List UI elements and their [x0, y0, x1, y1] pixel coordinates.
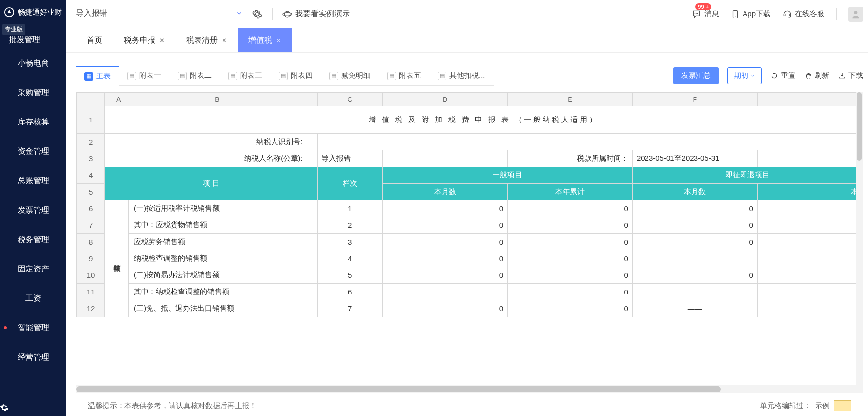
tab-tax-filing[interactable]: 税务申报✕ [113, 28, 175, 52]
horizontal-scrollbar[interactable] [76, 385, 863, 393]
planet-icon [282, 9, 292, 19]
cell-value[interactable]: 0 [632, 200, 757, 217]
avatar[interactable] [848, 7, 863, 22]
tab-home[interactable]: 首页 [76, 28, 113, 52]
tab-vat[interactable]: 增值税✕ [238, 28, 292, 52]
sidebar-item-salary[interactable]: 工资 [0, 284, 66, 313]
sidebar-item-ecommerce[interactable]: 小畅电商 [0, 49, 66, 78]
messages-button[interactable]: 99 + 消息 [692, 9, 719, 19]
cell-value[interactable]: 0 [507, 234, 632, 250]
cell-value[interactable] [632, 250, 757, 267]
spreadsheet[interactable]: AB C D E F 1 增 值 税 及 附 加 税 费 申 报 表 （一般纳税… [76, 92, 863, 393]
sample-label: 示例 [815, 401, 830, 411]
col-index: 3 [318, 234, 383, 250]
sidebar-item-invoice[interactable]: 发票管理 [0, 196, 66, 225]
settings-button[interactable] [0, 399, 66, 416]
cell-value[interactable] [632, 284, 757, 300]
cell-value[interactable]: 0 [507, 300, 632, 317]
cell-value[interactable]: 0 [632, 267, 757, 284]
sidebar-item-smart[interactable]: 智能管理 [0, 313, 66, 343]
cell-value[interactable]: 0 [507, 267, 632, 284]
cell-value[interactable]: 0 [507, 200, 632, 217]
headset-icon [782, 9, 792, 19]
table-row: 6销售额(一)按适用税率计税销售额1000 [77, 200, 863, 217]
cell-value[interactable]: 0 [383, 217, 508, 234]
demo-link[interactable]: 我要看实例演示 [282, 9, 350, 19]
cell-value[interactable]: 0 [632, 217, 757, 234]
column-header-row: AB C D E F [77, 93, 863, 106]
sheet-tab-2[interactable]: ▤附表二 [170, 66, 220, 85]
cell-value[interactable]: 0 [383, 234, 508, 250]
close-icon[interactable]: ✕ [159, 37, 165, 44]
close-icon[interactable]: ✕ [222, 37, 227, 44]
tab-tax-list[interactable]: 税表清册✕ [175, 28, 238, 52]
download-button[interactable]: 下载 [838, 71, 863, 80]
topbar: 导入报错 我要看实例演示 99 + 消息 [66, 0, 868, 28]
reset-button[interactable]: 重置 [770, 71, 795, 80]
sidebar-item-funds[interactable]: 资金管理 [0, 137, 66, 166]
sidebar-item-ledger[interactable]: 总账管理 [0, 166, 66, 196]
cell-value[interactable]: 0 [383, 267, 508, 284]
cell-value[interactable]: 0 [383, 250, 508, 267]
cell-value[interactable] [383, 284, 508, 300]
sheet-tab-7[interactable]: ▤其他扣税... [429, 66, 494, 85]
sidebar-item-business[interactable]: 经营管理 [0, 343, 66, 372]
cell-value[interactable]: 0 [507, 250, 632, 267]
sidebar-item-wholesale[interactable]: 批发管理 [0, 35, 66, 49]
divider [272, 8, 273, 20]
brand-name: 畅捷通好业财 [18, 8, 62, 17]
sheet-tab-1[interactable]: ▤附表一 [119, 66, 170, 85]
cell-value[interactable]: —— [632, 300, 757, 317]
table-row: 4 项 目 栏次 一般项目 即征即退项目 [77, 167, 863, 184]
item-name: (二)按简易办法计税销售额 [129, 267, 318, 284]
vertical-scrollbar[interactable] [856, 92, 863, 385]
sidebar-item-tax[interactable]: 税务管理 [0, 225, 66, 254]
col-index: 2 [318, 217, 383, 234]
col-index: 1 [318, 200, 383, 217]
sidebar: 畅捷通好业财 专业版 批发管理 小畅电商 采购管理 库存核算 资金管理 总账管理… [0, 0, 66, 416]
sheet-icon: ▤ [438, 72, 446, 80]
message-badge: 99 + [695, 3, 711, 10]
col-index: 5 [318, 267, 383, 284]
close-icon[interactable]: ✕ [276, 37, 281, 44]
cell-value[interactable]: 0 [383, 300, 508, 317]
item-name: (三)免、抵、退办法出口销售额 [129, 300, 318, 317]
brand-logo: 畅捷通好业财 [0, 0, 66, 24]
search-input[interactable]: 导入报错 [76, 8, 243, 20]
sidebar-item-inventory[interactable]: 库存核算 [0, 107, 66, 137]
customer-service-button[interactable]: 在线客服 [782, 9, 824, 19]
sheet-icon: ▤ [127, 72, 136, 80]
app-download-button[interactable]: App下载 [731, 9, 770, 19]
sidebar-item-purchase[interactable]: 采购管理 [0, 78, 66, 107]
svg-point-5 [697, 13, 698, 14]
item-name: 应税劳务销售额 [129, 234, 318, 250]
sheet-icon: ▤ [279, 72, 288, 80]
sheet-tab-3[interactable]: ▤附表三 [220, 66, 271, 85]
cell-value[interactable]: 0 [632, 234, 757, 250]
item-name: 其中：纳税检查调整的销售额 [129, 284, 318, 300]
col-G [757, 93, 862, 106]
period-button[interactable]: 期初 [727, 67, 762, 84]
invoice-summary-button[interactable]: 发票汇总 [673, 67, 719, 84]
table-row: 1 增 值 税 及 附 加 税 费 申 报 表 （一般纳税人适用） [77, 106, 863, 134]
col-index: 7 [318, 300, 383, 317]
cell-value[interactable]: 0 [507, 284, 632, 300]
cell-value[interactable]: 0 [383, 200, 508, 217]
download-icon [838, 72, 846, 80]
sheet-tab-main[interactable]: ▦主表 [76, 66, 119, 86]
sidebar-item-assets[interactable]: 固定资产 [0, 254, 66, 284]
footer: 温馨提示：本表供参考，请认真核对数据后再上报！ 单元格编辑过： 示例 [76, 393, 863, 416]
edit-label: 单元格编辑过： [760, 401, 811, 411]
col-D: D [383, 93, 508, 106]
sheet-title: 增 值 税 及 附 加 税 费 申 报 表 （一般纳税人适用） [105, 106, 863, 134]
sheet-tab-6[interactable]: ▤附表五 [379, 66, 429, 85]
brand-icon [4, 7, 15, 18]
refresh-icon [804, 72, 812, 80]
refresh-button[interactable]: 刷新 [804, 71, 829, 80]
settings-icon-button[interactable] [252, 9, 262, 19]
cell-value[interactable]: 0 [507, 217, 632, 234]
sheet-icon: ▤ [387, 72, 396, 80]
col-E: E [507, 93, 632, 106]
sheet-tab-5[interactable]: ▤减免明细 [321, 66, 379, 85]
sheet-tab-4[interactable]: ▤附表四 [271, 66, 321, 85]
